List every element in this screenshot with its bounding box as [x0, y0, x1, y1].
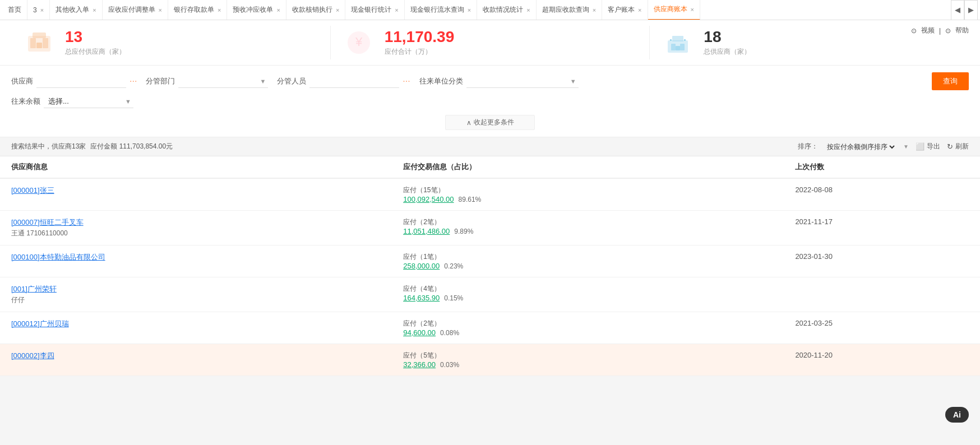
tx-label-3: 应付（4笔） — [403, 284, 773, 294]
table-row: [000100]本特勤油品有限公司应付（1笔）258,000.000.23%20… — [0, 245, 980, 277]
tx-label-2: 应付（1笔） — [403, 252, 773, 262]
filter-label-dept: 分管部门 — [146, 76, 175, 86]
export-button[interactable]: ⬜ 导出 — [916, 142, 940, 151]
result-text-amount: 应付金额 111,703,854.00元 — [90, 142, 173, 151]
td-tx-info-0: 应付（15笔）100,092,540.0089.61% — [392, 178, 784, 211]
tx-amount-2[interactable]: 258,000.00 — [403, 262, 440, 270]
tx-label-5: 应付（5笔） — [403, 351, 773, 360]
nav-tab-3[interactable]: 3 × — [27, 0, 50, 20]
summary-label-suppliers: 总应付供应商（家） — [65, 47, 126, 57]
td-last-payment-2: 2023-01-30 — [784, 245, 980, 277]
filter-item-category: 往来单位分类 ▼ — [419, 75, 579, 88]
td-last-payment-4: 2021-03-25 — [784, 312, 980, 344]
nav-tab-cash-stat-label: 现金银行统计 — [351, 5, 391, 15]
supplier-link-1[interactable]: [000007]恒旺二手叉车 — [11, 218, 84, 226]
collapse-button[interactable]: ∧ 收起更多条件 — [445, 115, 535, 130]
nav-tab-adjustment-label: 应收应付调整单 — [108, 5, 155, 15]
nav-tab-adjustment-close[interactable]: × — [159, 7, 162, 13]
tx-pct-5: 0.03% — [440, 361, 459, 369]
tx-pct-0: 89.61% — [459, 196, 482, 203]
supplier-link-5[interactable]: [000002]李四 — [11, 351, 54, 360]
supplier-link-2[interactable]: [000100]本特勤油品有限公司 — [11, 253, 105, 261]
nav-tab-cash-stat[interactable]: 现金银行统计 × — [345, 0, 404, 20]
nav-next-arrow[interactable]: ▶ — [964, 0, 978, 20]
table-row: [000007]恒旺二手叉车王通 17106110000应付（2笔）11,051… — [0, 211, 980, 245]
table-row: [000012]广州贝瑞应付（2笔）94,600.000.08%2021-03-… — [0, 312, 980, 344]
nav-tab-cash-flow[interactable]: 现金银行流水查询 × — [405, 0, 477, 20]
nav-tab-other-income-close[interactable]: × — [93, 7, 96, 13]
nav-tab-customer-ledger[interactable]: 客户账本 × — [602, 0, 648, 20]
nav-tab-collection[interactable]: 收款核销执行 × — [286, 0, 345, 20]
svg-rect-4 — [36, 43, 42, 48]
tx-amount-1[interactable]: 11,051,486.00 — [403, 227, 450, 235]
nav-arrows: ◀ ▶ — [951, 0, 978, 20]
result-right-actions: 排序： 按应付余额倒序排序 ▼ ⬜ 导出 ↻ 刷新 — [798, 142, 969, 151]
query-button[interactable]: 查询 — [932, 72, 969, 90]
nav-tab-collect-stat-close[interactable]: × — [526, 7, 530, 13]
nav-tab-collect-stat[interactable]: 收款情况统计 × — [477, 0, 536, 20]
nav-tab-customer-ledger-close[interactable]: × — [638, 7, 641, 13]
nav-tab-prepay[interactable]: 预收冲应收单 × — [227, 0, 286, 20]
filter-dots-person[interactable]: ··· — [403, 76, 410, 86]
help-icon: ⊙ — [945, 27, 951, 35]
nav-tab-collection-label: 收款核销执行 — [292, 5, 332, 15]
supplier-sub-3: 仔仔 — [11, 295, 381, 305]
table-row: [000002]李四应付（5笔）32,366.000.03%2020-11-20 — [0, 344, 980, 376]
tx-pct-1: 9.89% — [454, 228, 473, 235]
nav-tab-cash-flow-close[interactable]: × — [468, 7, 471, 13]
nav-tab-cash-stat-close[interactable]: × — [395, 7, 398, 13]
filter-input-person[interactable] — [309, 75, 399, 88]
td-tx-info-2: 应付（1笔）258,000.000.23% — [392, 245, 784, 277]
filter-select-balance[interactable]: 选择... — [44, 95, 133, 108]
nav-tab-bank-close[interactable]: × — [218, 7, 221, 13]
nav-tab-customer-ledger-label: 客户账本 — [608, 5, 635, 15]
filter-input-supplier[interactable] — [36, 75, 126, 88]
amount-row-5: 32,366.000.03% — [403, 360, 773, 369]
supplier-sub-1: 王通 17106110000 — [11, 229, 381, 238]
summary-value-total: 18 — [704, 29, 751, 45]
nav-tab-bank[interactable]: 银行存取款单 × — [168, 0, 227, 20]
summary-label-total: 总供应商（家） — [704, 47, 751, 57]
supplier-link-0[interactable]: [000001]张三 — [11, 186, 54, 194]
nav-tab-prepay-close[interactable]: × — [276, 7, 280, 13]
nav-tab-other-income[interactable]: 其他收入单 × — [50, 0, 102, 20]
filter-item-balance: 往来余额 选择... ▼ — [11, 95, 133, 108]
filter-area: 供应商 ··· 分管部门 ▼ 分管人员 ··· 往来单位分类 — [0, 66, 980, 137]
nav-tab-adjustment[interactable]: 应收应付调整单 × — [103, 0, 168, 20]
nav-tab-overdue-close[interactable]: × — [593, 7, 596, 13]
supplier-link-4[interactable]: [000012]广州贝瑞 — [11, 319, 69, 328]
nav-tab-home[interactable]: 首页 — [2, 0, 27, 20]
last-payment-date-5: 2020-11-20 — [795, 351, 833, 359]
tx-amount-3[interactable]: 164,635.90 — [403, 294, 440, 302]
svg-rect-2 — [30, 38, 36, 48]
tx-amount-0[interactable]: 100,092,540.00 — [403, 195, 454, 203]
nav-tab-supplier-ledger[interactable]: 供应商账本 × — [648, 0, 700, 20]
sort-select[interactable]: 按应付余额倒序排序 — [825, 142, 896, 151]
svg-rect-12 — [670, 39, 672, 41]
refresh-button[interactable]: ↻ 刷新 — [947, 142, 969, 151]
filter-select-dept[interactable] — [178, 75, 268, 88]
td-supplier-info-2: [000100]本特勤油品有限公司 — [0, 245, 392, 277]
nav-tab-supplier-ledger-close[interactable]: × — [691, 6, 694, 13]
help-link[interactable]: 帮助 — [955, 26, 969, 35]
svg-text:¥: ¥ — [355, 35, 363, 49]
tx-amount-5[interactable]: 32,366.00 — [403, 360, 436, 369]
td-last-payment-0: 2022-08-08 — [784, 178, 980, 211]
nav-tab-3-label: 3 — [33, 6, 37, 14]
tx-amount-4[interactable]: 94,600.00 — [403, 328, 436, 337]
amount-row-3: 164,635.900.15% — [403, 294, 773, 302]
nav-tab-3-close[interactable]: × — [40, 7, 44, 13]
top-right-links: ⊙ 视频 | ⊙ 帮助 — [911, 26, 969, 35]
nav-tab-overdue[interactable]: 超期应收款查询 × — [537, 0, 602, 20]
svg-rect-3 — [43, 38, 48, 48]
nav-tab-collection-close[interactable]: × — [336, 7, 339, 13]
supplier-link-3[interactable]: [001]广州荣轩 — [11, 285, 57, 293]
summary-card-suppliers: 13 总应付供应商（家） — [11, 26, 330, 59]
amount-row-1: 11,051,486.009.89% — [403, 227, 773, 235]
nav-prev-arrow[interactable]: ◀ — [951, 0, 964, 20]
filter-dots-supplier[interactable]: ··· — [130, 76, 137, 86]
filter-select-category[interactable] — [466, 75, 579, 88]
td-last-payment-3 — [784, 277, 980, 312]
collapse-up-icon: ∧ — [466, 119, 471, 127]
video-link[interactable]: 视频 — [921, 26, 935, 35]
